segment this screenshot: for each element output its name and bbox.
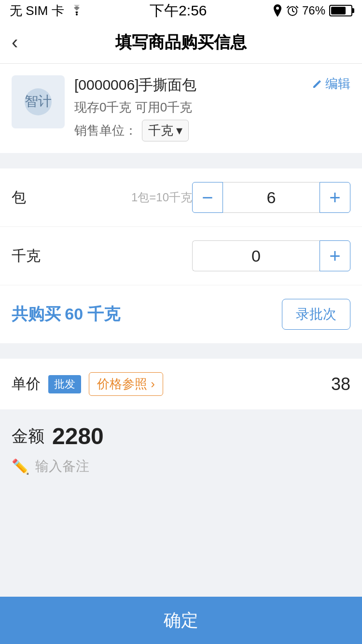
kg-plus-button[interactable]: + [320, 240, 350, 271]
alarm-icon [287, 4, 298, 17]
price-ref-label: 价格参照 › [97, 376, 155, 392]
remark-placeholder: 输入备注 [35, 457, 89, 476]
remark-row[interactable]: ✏️ 输入备注 [12, 457, 350, 483]
product-unit-row: 销售单位： 千克 ▾ [74, 120, 302, 141]
product-name: [0000006]手撕面包 [74, 75, 302, 95]
page-title: 填写商品购买信息 [115, 31, 247, 54]
location-icon [272, 4, 283, 17]
dropdown-arrow-icon: ▾ [176, 123, 182, 138]
kg-quantity-row: 千克 + [0, 227, 362, 285]
kg-label: 千克 [12, 246, 192, 266]
price-type-tag: 批发 [48, 375, 81, 393]
amount-label: 金额 [12, 425, 44, 448]
product-card: 智计 [0000006]手撕面包 现存0千克 可用0千克 销售单位： 千克 ▾ … [0, 64, 362, 153]
main-content: 智计 [0000006]手撕面包 现存0千克 可用0千克 销售单位： 千克 ▾ … [0, 64, 362, 531]
status-bar: 无 SIM 卡 下午2:56 76% [0, 0, 362, 21]
price-value: 38 [331, 374, 350, 394]
kg-quantity-controls: + [192, 240, 350, 271]
unit-label: 销售单位： [74, 122, 137, 139]
unit-value: 千克 [148, 122, 173, 139]
product-stock: 现存0千克 可用0千克 [74, 99, 302, 116]
svg-line-3 [292, 11, 294, 12]
price-label: 单价 [12, 374, 41, 394]
bag-label: 包 [12, 188, 126, 208]
divider-1 [0, 161, 362, 168]
product-logo-icon: 智计 [24, 87, 53, 116]
bag-quantity-input[interactable] [223, 182, 320, 213]
edit-button[interactable]: 编辑 [312, 75, 350, 92]
confirm-label: 确定 [164, 609, 198, 632]
status-right: 76% [272, 4, 352, 17]
unit-select[interactable]: 千克 ▾ [142, 120, 189, 141]
status-left: 无 SIM 卡 [10, 2, 84, 19]
nav-bar: ‹ 填写商品购买信息 [0, 21, 362, 64]
bag-minus-button[interactable]: − [192, 182, 223, 213]
svg-text:智计: 智计 [25, 94, 52, 109]
pencil-icon: ✏️ [12, 458, 29, 475]
bag-hint: 1包=10千克 [131, 190, 192, 205]
bag-quantity-row: 包 1包=10千克 − + [0, 168, 362, 227]
price-row: 单价 批发 价格参照 › 38 [12, 372, 350, 396]
price-reference-button[interactable]: 价格参照 › [89, 372, 163, 396]
status-time: 下午2:56 [150, 1, 207, 21]
edit-icon [312, 79, 322, 89]
summary-label: 共购买 [12, 305, 61, 323]
amount-value: 2280 [52, 423, 104, 449]
confirm-button[interactable]: 确定 [0, 597, 362, 644]
amount-section: 金额 2280 ✏️ 输入备注 [0, 409, 362, 483]
bag-plus-button[interactable]: + [320, 182, 350, 213]
bag-quantity-controls: − + [192, 182, 350, 213]
sim-label: 无 SIM 卡 [10, 2, 64, 19]
summary-row: 共购买 60 千克 录批次 [0, 285, 362, 343]
summary-text: 共购买 60 千克 [12, 303, 120, 325]
amount-row: 金额 2280 [12, 423, 350, 449]
edit-label: 编辑 [325, 75, 350, 92]
battery-percent: 76% [302, 4, 325, 17]
summary-unit: 千克 [87, 305, 120, 323]
product-info: [0000006]手撕面包 现存0千克 可用0千克 销售单位： 千克 ▾ [74, 75, 302, 141]
wifi-icon [69, 5, 84, 16]
bag-quantity-section: 包 1包=10千克 − + 千克 + [0, 168, 362, 285]
summary-amount: 60 [65, 305, 83, 323]
back-button[interactable]: ‹ [12, 31, 18, 53]
product-thumbnail: 智计 [12, 75, 65, 128]
price-section: 单价 批发 价格参照 › 38 [0, 359, 362, 409]
batch-button[interactable]: 录批次 [282, 299, 350, 330]
divider-2 [0, 343, 362, 351]
battery-icon [329, 5, 352, 16]
svg-point-0 [76, 14, 78, 15]
kg-quantity-input[interactable] [192, 240, 320, 271]
